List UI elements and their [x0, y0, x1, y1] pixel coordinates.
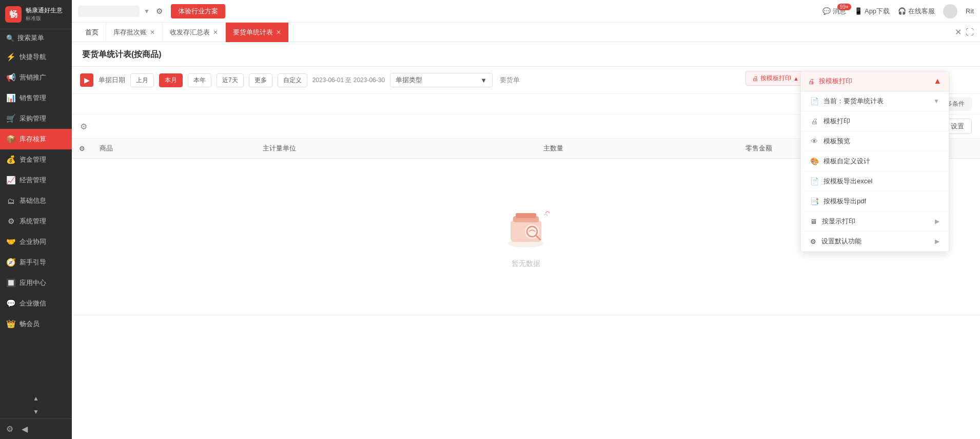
sidebar-footer: ⚙ ◀: [0, 418, 72, 439]
tab-batch-account[interactable]: 库存批次账 ✕: [106, 23, 163, 42]
export-pdf-icon: 📑: [810, 197, 818, 205]
filter-toggle-button[interactable]: ▶: [80, 73, 93, 87]
online-service-button[interactable]: 🎧 在线客服: [898, 7, 935, 16]
current-year-button[interactable]: 本年: [188, 73, 211, 87]
dropdown-default-func[interactable]: ⚙ 设置默认功能 ▶: [801, 232, 949, 252]
topbar-gear-icon[interactable]: ⚙: [156, 7, 163, 16]
settings-icon[interactable]: ⚙: [6, 424, 13, 434]
sidebar-item-sales[interactable]: 📊 销售管理: [0, 88, 72, 108]
sidebar-item-marketing[interactable]: 📢 营销推广: [0, 67, 72, 88]
sidebar-item-wecom[interactable]: 💬 企业微信: [0, 293, 72, 314]
sidebar-nav: ⚡ 快捷导航 📢 营销推广 📊 销售管理 🛒 采购管理 📦 库存核算 💰 资金管…: [0, 47, 72, 392]
search-icon: 🔍: [6, 34, 14, 42]
dropdown-header-label: 按模板打印: [819, 77, 852, 86]
app-download-button[interactable]: 📱 App下载: [854, 7, 890, 16]
sidebar-item-finance[interactable]: 💰 资金管理: [0, 149, 72, 170]
dropdown-export-excel[interactable]: 📄 按模板导出excel: [801, 171, 949, 192]
dropdown-template-preview[interactable]: 👁 模板预览: [801, 131, 949, 151]
collapse-icon[interactable]: ◀: [22, 424, 28, 434]
sidebar-item-basic[interactable]: 🗂 基础信息: [0, 190, 72, 211]
dropdown-print-icon: 🖨: [808, 78, 815, 85]
messages-button[interactable]: 💬 消息 99+: [822, 7, 846, 16]
tab-collection-summary[interactable]: 收发存汇总表 ✕: [163, 23, 226, 42]
sidebar-item-inventory[interactable]: 📦 库存核算: [0, 129, 72, 149]
service-icon: 🎧: [898, 7, 906, 15]
topbar-search-input[interactable]: [78, 6, 140, 17]
default-func-chevron: ▶: [935, 238, 939, 245]
col-unit: 主计量单位: [256, 139, 536, 159]
sidebar-item-label: 基础信息: [19, 196, 46, 205]
tab-close-order-stats[interactable]: ✕: [276, 29, 281, 36]
col-goods: 商品: [92, 139, 256, 159]
logo-icon: 畅: [5, 6, 22, 23]
template-design-label: 模板自定义设计: [824, 157, 870, 166]
col-settings[interactable]: ⚙: [72, 139, 92, 159]
current-month-button[interactable]: 本月: [159, 73, 183, 87]
dropdown-close-icon[interactable]: ▲: [933, 77, 942, 86]
sidebar-item-label: 库存核算: [19, 135, 46, 144]
sidebar-item-quick-nav[interactable]: ⚡ 快捷导航: [0, 47, 72, 67]
prev-month-button[interactable]: 上月: [130, 73, 154, 87]
guide-icon: 🧭: [6, 258, 15, 267]
tab-close-batch-account[interactable]: ✕: [150, 29, 155, 36]
sidebar-item-appstore[interactable]: 🔲 应用中心: [0, 273, 72, 293]
svg-rect-3: [516, 213, 536, 218]
template-print-icon: 🖨: [810, 117, 818, 125]
sidebar-logo: 畅 畅康通好生意 标准版: [0, 0, 72, 29]
sidebar-item-label: 企业微信: [19, 299, 46, 308]
table-settings-icon[interactable]: ⚙: [80, 122, 87, 131]
tab-order-stats[interactable]: 要货单统计表 ✕: [226, 23, 289, 42]
avatar[interactable]: [943, 4, 957, 18]
sidebar-scroll-up[interactable]: ▲: [30, 394, 42, 403]
sales-icon: 📊: [6, 93, 15, 103]
print-button[interactable]: 🖨 按模板打印 ▲: [746, 71, 806, 86]
custom-date-button[interactable]: 自定义: [278, 73, 307, 87]
sidebar-item-label: 资金管理: [19, 155, 46, 164]
sidebar-item-label: 企业协同: [19, 237, 46, 246]
tab-close-collection-summary[interactable]: ✕: [213, 29, 218, 36]
operation-icon: 📈: [6, 176, 15, 185]
empty-illustration: [500, 205, 552, 251]
sidebar-item-system[interactable]: ⚙ 系统管理: [0, 211, 72, 232]
dropdown-template-print[interactable]: 🖨 模板打印: [801, 111, 949, 131]
export-pdf-label: 按模板导出pdf: [824, 197, 866, 206]
expand-tabs-button[interactable]: ⛶: [966, 28, 974, 37]
finance-icon: 💰: [6, 155, 15, 164]
app-badge: 标准版: [26, 15, 63, 22]
sidebar-search[interactable]: 🔍 搜索菜单: [0, 29, 72, 47]
sidebar-item-member[interactable]: 👑 畅会员: [0, 314, 72, 334]
dropdown-current-item[interactable]: 📄 当前：要货单统计表 ▼: [801, 91, 949, 111]
trial-button[interactable]: 体验行业方案: [171, 4, 225, 18]
dropdown-template-design[interactable]: 🎨 模板自定义设计: [801, 151, 949, 171]
default-func-label: 设置默认功能: [821, 237, 861, 246]
marketing-icon: 📢: [6, 73, 15, 82]
sidebar-scroll-down[interactable]: ▼: [30, 407, 42, 416]
more-dates-button[interactable]: 更多: [249, 73, 272, 87]
app-name: 畅康通好生意: [26, 7, 63, 15]
template-preview-label: 模板预览: [824, 137, 850, 146]
print-chevron-icon: ▲: [793, 75, 799, 82]
export-excel-label: 按模板导出excel: [824, 177, 872, 186]
sidebar-item-label: 采购管理: [19, 114, 46, 123]
dropdown-header[interactable]: 🖨 按模板打印 ▲: [801, 71, 949, 91]
type-filter-select[interactable]: 单据类型 ▼: [390, 73, 493, 87]
sidebar: 畅 畅康通好生意 标准版 🔍 搜索菜单 ⚡ 快捷导航 📢 营销推广 📊 销售管理…: [0, 0, 72, 439]
template-preview-icon: 👁: [810, 137, 818, 145]
sidebar-item-guide[interactable]: 🧭 新手引导: [0, 252, 72, 273]
date-filter-label: 单据日期: [99, 75, 125, 85]
purchase-icon: 🛒: [6, 114, 15, 123]
topbar-chevron-icon[interactable]: ▼: [144, 8, 150, 15]
sidebar-item-purchase[interactable]: 🛒 采购管理: [0, 108, 72, 129]
dropdown-display-print[interactable]: 🖥 按显示打印 ▶: [801, 212, 949, 232]
last-7-days-button[interactable]: 近7天: [217, 73, 244, 87]
tab-home[interactable]: 首页: [78, 23, 106, 42]
col-quantity: 主数量: [536, 139, 738, 159]
print-dropdown-panel: 🖨 按模板打印 ▲ 📄 当前：要货单统计表 ▼ 🖨 模板打印 👁 模板预览 🎨 …: [800, 71, 949, 252]
dropdown-export-pdf[interactable]: 📑 按模板导出pdf: [801, 192, 949, 212]
sidebar-item-operation[interactable]: 📈 经营管理: [0, 170, 72, 190]
username-label: Rit: [966, 7, 974, 15]
close-all-tabs-button[interactable]: ✕: [955, 27, 962, 37]
sidebar-item-enterprise[interactable]: 🤝 企业协同: [0, 232, 72, 252]
date-range-display: 2023-06-01 至 2023-06-30: [312, 76, 385, 85]
sidebar-item-label: 应用中心: [19, 278, 46, 288]
